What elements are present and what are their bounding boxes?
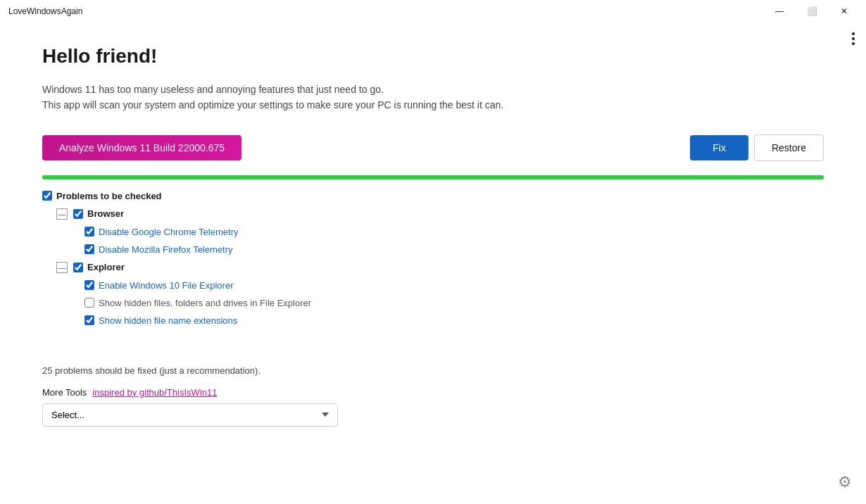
browser-items: Disable Google Chrome Telemetry Disable …: [84, 227, 821, 255]
minimize-button[interactable]: —: [763, 0, 796, 23]
explorer-group: — Explorer Enable Windows 10 File Explor…: [56, 262, 821, 326]
more-tools-label: More Tools: [42, 387, 87, 398]
tools-select[interactable]: Select...: [42, 403, 338, 427]
explorer-label: Explorer: [87, 262, 125, 272]
progress-bar-container: [42, 175, 824, 179]
gear-icon[interactable]: ⚙: [838, 473, 852, 491]
explorer-checkbox[interactable]: [73, 263, 83, 272]
chrome-telemetry-checkbox[interactable]: [84, 227, 94, 237]
page-title: Hello friend!: [42, 45, 824, 68]
inspired-link[interactable]: inspired by github/ThisIsWin11: [92, 387, 217, 398]
action-buttons-row: Analyze Windows 11 Build 22000.675 Fix R…: [42, 134, 824, 161]
firefox-telemetry-label[interactable]: Disable Mozilla Firefox Telemetry: [99, 244, 233, 255]
fix-button[interactable]: Fix: [690, 135, 748, 160]
explorer-collapse-btn[interactable]: —: [56, 262, 68, 273]
restore-button[interactable]: Restore: [754, 134, 824, 161]
progress-bar-fill: [42, 175, 824, 179]
browser-group-header: — Browser: [56, 208, 821, 220]
chrome-telemetry-item: Disable Google Chrome Telemetry: [84, 227, 821, 237]
firefox-telemetry-item: Disable Mozilla Firefox Telemetry: [84, 244, 821, 255]
main-content: Hello friend! Windows 11 has too many us…: [0, 23, 866, 441]
show-hidden-extensions-item: Show hidden file name extensions: [84, 315, 821, 326]
three-dots-menu[interactable]: [848, 28, 859, 49]
dot-icon: [852, 32, 855, 35]
titlebar: LoveWindowsAgain — ⬜ ✕: [0, 0, 866, 23]
dot-icon: [852, 37, 855, 40]
chrome-telemetry-label[interactable]: Disable Google Chrome Telemetry: [99, 227, 238, 237]
browser-label: Browser: [87, 208, 124, 219]
browser-checkbox[interactable]: [73, 209, 83, 219]
browser-collapse-btn[interactable]: —: [56, 208, 68, 220]
more-tools-row: More Tools inspired by github/ThisIsWin1…: [42, 387, 824, 398]
explorer-items: Enable Windows 10 File Explorer Show hid…: [84, 280, 821, 326]
description-line-2: This app will scan your system and optim…: [42, 97, 824, 113]
show-hidden-extensions-checkbox[interactable]: [84, 315, 94, 325]
root-checkbox[interactable]: [42, 191, 52, 201]
firefox-telemetry-checkbox[interactable]: [84, 244, 94, 254]
select-row: Select...: [42, 403, 824, 427]
show-hidden-files-checkbox[interactable]: [84, 298, 94, 308]
show-hidden-extensions-label[interactable]: Show hidden file name extensions: [99, 315, 237, 326]
root-checkbox-item: Problems to be checked: [42, 191, 821, 201]
maximize-button[interactable]: ⬜: [796, 0, 828, 23]
win10-explorer-checkbox[interactable]: [84, 280, 94, 290]
description-block: Windows 11 has too many useless and anno…: [42, 82, 824, 113]
browser-group: — Browser Disable Google Chrome Telemetr…: [56, 208, 821, 255]
description-line-1: Windows 11 has too many useless and anno…: [42, 82, 824, 97]
problems-summary: 25 problems should be fixed (just a reco…: [42, 365, 824, 376]
close-button[interactable]: ✕: [828, 0, 860, 23]
dot-icon: [852, 42, 855, 45]
app-title: LoveWindowsAgain: [8, 6, 82, 16]
explorer-group-header: — Explorer: [56, 262, 821, 273]
root-checkbox-label: Problems to be checked: [56, 191, 162, 201]
window-controls: — ⬜ ✕: [763, 0, 860, 23]
win10-explorer-label[interactable]: Enable Windows 10 File Explorer: [99, 280, 233, 291]
show-hidden-files-label: Show hidden files, folders and drives in…: [99, 298, 311, 308]
analyze-button[interactable]: Analyze Windows 11 Build 22000.675: [42, 135, 241, 160]
show-hidden-files-item: Show hidden files, folders and drives in…: [84, 298, 821, 308]
checklist-area: Problems to be checked — Browser Disable…: [42, 191, 824, 360]
win10-explorer-item: Enable Windows 10 File Explorer: [84, 280, 821, 291]
